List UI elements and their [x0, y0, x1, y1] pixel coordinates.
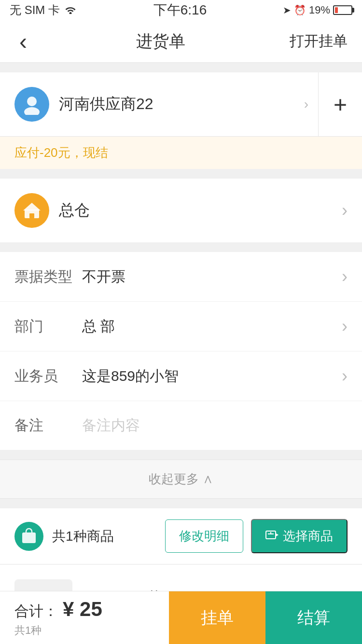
collapse-bar[interactable]: 收起更多 ∧: [0, 460, 362, 499]
product-icon: [14, 522, 43, 551]
form-section: 票据类型 不开票 › 部门 总 部 › 业务员 这是859的小智 › 备注 备注…: [0, 252, 362, 450]
svg-point-1: [24, 107, 40, 115]
modify-detail-button[interactable]: 修改明细: [165, 519, 243, 553]
open-hang-button[interactable]: 打开挂单: [290, 31, 348, 51]
svg-rect-5: [22, 532, 36, 543]
ticket-type-value: 不开票: [82, 267, 342, 287]
footer-total-row: 合计： ¥ 25: [14, 598, 154, 621]
notice-bar: 应付-20元，现结: [0, 137, 362, 169]
ticket-type-chevron-icon: ›: [342, 266, 348, 287]
page-title: 进货单: [136, 30, 185, 53]
svg-point-0: [27, 97, 37, 106]
nav-bar: ‹ 进货单 打开挂单: [0, 20, 362, 63]
status-bar: 无 SIM 卡 下午6:16 ➤ ⏰ 19%: [0, 0, 362, 20]
svg-marker-3: [23, 203, 41, 210]
footer-total: 合计： ¥ 25 共1种: [0, 598, 169, 638]
warehouse-section[interactable]: 总仓 ›: [0, 179, 362, 242]
select-product-button[interactable]: 选择商品: [251, 519, 348, 553]
salesperson-label: 业务员: [14, 366, 82, 386]
footer-count: 共1种: [14, 623, 154, 638]
department-row[interactable]: 部门 总 部 ›: [0, 302, 362, 351]
back-button[interactable]: ‹: [14, 23, 32, 59]
remarks-row[interactable]: 备注 备注内容: [0, 401, 362, 450]
salesperson-row[interactable]: 业务员 这是859的小智 ›: [0, 351, 362, 401]
footer-bar: 合计： ¥ 25 共1种 挂单 结算: [0, 591, 362, 644]
svg-rect-4: [29, 213, 34, 218]
supplier-selector[interactable]: 河南供应商22 ›: [0, 72, 319, 136]
product-header: 共1种商品 修改明细 选择商品: [0, 508, 362, 564]
supplier-avatar: [14, 87, 49, 122]
ticket-type-label: 票据类型: [14, 267, 82, 287]
checkout-button[interactable]: 结算: [265, 591, 362, 644]
chevron-right-icon: ›: [304, 97, 308, 112]
hang-button[interactable]: 挂单: [169, 591, 265, 644]
battery-text: 19%: [309, 4, 330, 16]
total-label: 合计：: [14, 602, 58, 621]
remarks-label: 备注: [14, 416, 82, 435]
alarm-icon: ⏰: [294, 4, 306, 16]
status-carrier: 无 SIM 卡: [10, 2, 77, 18]
status-time: 下午6:16: [153, 1, 207, 19]
salesperson-chevron-icon: ›: [342, 366, 348, 386]
remarks-placeholder: 备注内容: [82, 416, 348, 435]
supplier-section: 河南供应商22 › +: [0, 72, 362, 137]
product-count-label: 共1种商品: [52, 527, 165, 546]
notice-text: 应付-20元，现结: [14, 145, 108, 160]
add-supplier-button[interactable]: +: [319, 72, 362, 136]
location-icon: ➤: [283, 4, 291, 16]
wifi-icon: [64, 3, 77, 17]
supplier-name: 河南供应商22: [59, 94, 304, 115]
department-value: 总 部: [82, 317, 342, 336]
warehouse-name: 总仓: [59, 200, 342, 221]
battery-icon: [333, 5, 352, 15]
select-icon: [265, 529, 279, 544]
warehouse-icon: [14, 193, 49, 228]
department-chevron-icon: ›: [342, 316, 348, 336]
warehouse-chevron-icon: ›: [342, 200, 348, 221]
salesperson-value: 这是859的小智: [82, 366, 342, 386]
department-label: 部门: [14, 317, 82, 336]
ticket-type-row[interactable]: 票据类型 不开票 ›: [0, 252, 362, 302]
total-amount: ¥ 25: [63, 598, 102, 621]
status-indicators: ➤ ⏰ 19%: [283, 4, 352, 16]
